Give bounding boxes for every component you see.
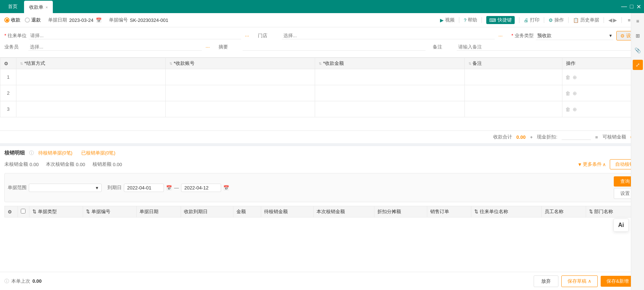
range-select[interactable]: ▾ <box>29 184 102 192</box>
calendar-icon[interactable]: 📅 <box>96 17 102 23</box>
ai-badge[interactable]: Ai <box>613 219 629 232</box>
sort-icon2: ⇅ <box>169 62 172 66</box>
minimize-button[interactable]: — <box>621 3 627 10</box>
table-header: ⚙ ⇅ *结算方式 ⇅ *收款账号 ⇅ *收款金额 ⇅ <box>0 58 644 69</box>
col-account-label: *收款账号 <box>174 60 195 66</box>
restore-button[interactable]: □ <box>630 3 633 10</box>
row1-account[interactable] <box>166 69 315 85</box>
table-header-row: ⚙ ⇅ *结算方式 ⇅ *收款账号 ⇅ *收款金额 ⇅ <box>0 58 644 69</box>
row3-remarks[interactable] <box>464 101 562 117</box>
right-panel-icon3[interactable]: 📎 <box>633 45 643 55</box>
chevron-up-icon: ∧ <box>602 162 606 167</box>
remarks-field: 备注 <box>433 43 640 51</box>
reconcile-header: 核销明细 ⓘ 待核销单据(0笔) 已核销单据(0笔) <box>4 150 640 156</box>
tab-current[interactable]: 收款单 × <box>24 1 53 14</box>
history-button[interactable]: 📋 历史单据 <box>573 17 599 23</box>
staff-input[interactable] <box>28 43 202 51</box>
rcol-settings[interactable]: ⚙ <box>5 206 18 218</box>
range-chevron-icon: ▾ <box>96 185 98 191</box>
table-row: 1 🗑 ⊕ <box>0 69 644 85</box>
discount-input[interactable] <box>562 134 591 140</box>
summary-field: 摘要 <box>219 43 425 51</box>
rcol-pending: 待核销金额 <box>261 206 313 218</box>
num-label: 单据编号 <box>109 17 128 23</box>
row1-delete-button[interactable]: 🗑 <box>565 74 570 80</box>
bottom-buttons: 放弃 保存草稿 ∧ 保存&新增 ∧ <box>534 275 640 287</box>
business-type-select[interactable]: 预收款 ▾ <box>536 32 613 40</box>
tab-close-button[interactable]: × <box>46 5 48 9</box>
shop-input[interactable] <box>282 32 495 39</box>
staff-more-button[interactable]: ··· <box>204 44 211 50</box>
remarks-input[interactable] <box>457 43 640 51</box>
date-field: 单据日期 2023-03-24 📅 <box>48 17 102 23</box>
rsort1: ⇅ <box>32 209 36 214</box>
print-button[interactable]: 🖨 打印 <box>524 17 539 23</box>
rcol-doc-type: ⇅ 单据类型 <box>30 206 83 218</box>
row1-remarks[interactable] <box>464 69 562 85</box>
num-field: 单据编号 SK-20230324-001 <box>109 17 169 23</box>
row2-remarks[interactable] <box>464 85 562 101</box>
toolbar-divider6 <box>604 17 604 23</box>
discard-button[interactable]: 放弃 <box>534 275 558 287</box>
radio-shoukuan[interactable]: 收款 <box>4 17 20 23</box>
num-value: SK-20230324-001 <box>130 17 169 23</box>
video-button[interactable]: ▶ 视频 <box>440 17 455 23</box>
row2-delete-button[interactable]: 🗑 <box>565 90 570 96</box>
col-settlement-label: *结算方式 <box>24 60 45 66</box>
row3-copy-button[interactable]: ⊕ <box>573 106 577 112</box>
save-draft-button[interactable]: 保存草稿 ∧ <box>561 275 598 287</box>
close-button[interactable]: ✕ <box>636 3 641 10</box>
form-row-2: 业务员 ··· 摘要 备注 <box>4 43 640 51</box>
row3-account[interactable] <box>166 101 315 117</box>
row2-settlement[interactable] <box>16 85 166 101</box>
shortcut-button[interactable]: ⌨ 快捷键 <box>486 16 515 24</box>
required-star: * <box>4 33 6 38</box>
tab-completed[interactable]: 已核销单据(0笔) <box>81 150 115 156</box>
row2-copy-button[interactable]: ⊕ <box>573 90 577 96</box>
cal-to-icon[interactable]: 📅 <box>223 185 229 191</box>
row2-account[interactable] <box>166 85 315 101</box>
more-conditions-button[interactable]: ▼ 更多条件 ∧ <box>577 161 606 168</box>
nav-left-icon[interactable]: ◀ <box>608 17 612 23</box>
select-all-checkbox[interactable] <box>21 209 25 213</box>
settings-icon: ⚙ <box>620 33 625 39</box>
row3-settlement[interactable] <box>16 101 166 117</box>
right-panel-icon2[interactable]: ⊞ <box>633 31 643 41</box>
nav-right-icon[interactable]: ▶ <box>613 17 617 23</box>
total-value: 0.00 <box>517 134 526 140</box>
shop-more-button[interactable]: ··· <box>497 33 504 39</box>
chevron-down-icon: ▾ <box>609 33 612 38</box>
right-panel-icon4[interactable]: ⤢ <box>633 60 643 70</box>
row-num-1: 1 <box>0 69 16 85</box>
right-panel-icon1[interactable]: ≡ <box>633 16 643 26</box>
row2-amount[interactable] <box>315 85 464 101</box>
help-button[interactable]: ? 帮助 <box>464 17 477 23</box>
summary-input[interactable] <box>243 43 425 51</box>
toolbar-divider2 <box>482 17 482 23</box>
tab-pending[interactable]: 待核销单据(0笔) <box>38 150 72 156</box>
tab-home[interactable]: 首页 <box>3 0 23 13</box>
due-date-from-input[interactable] <box>124 184 164 192</box>
radio-shoukuan-circle <box>4 17 9 23</box>
current-reconcile-stat: 本次核销金额 0.00 <box>46 161 85 168</box>
row1-copy-button[interactable]: ⊕ <box>573 74 577 80</box>
col-amount-label: *收款金额 <box>323 60 344 66</box>
row1-settlement[interactable] <box>16 69 166 85</box>
radio-shoukuan-label: 收款 <box>11 17 20 23</box>
row3-amount[interactable] <box>315 101 464 117</box>
from-unit-more-button[interactable]: ··· <box>243 33 251 39</box>
save-draft-chevron-icon: ∧ <box>588 278 592 284</box>
cal-from-icon[interactable]: 📅 <box>166 185 172 191</box>
ops-button[interactable]: ⚙ 操作 <box>549 17 564 23</box>
save-draft-label: 保存草稿 <box>568 278 586 285</box>
from-unit-label: * 往来单位 <box>4 32 27 39</box>
sort-icon4: ⇅ <box>468 62 471 66</box>
col-settings[interactable]: ⚙ <box>0 58 16 69</box>
due-date-to-input[interactable] <box>181 184 221 192</box>
row3-delete-button[interactable]: 🗑 <box>565 106 570 112</box>
radio-tuikuan[interactable]: 退款 <box>25 17 41 23</box>
from-unit-input[interactable] <box>29 32 242 39</box>
radio-tuikuan-circle <box>25 17 30 23</box>
row1-amount[interactable] <box>315 69 464 85</box>
history-label: 历史单据 <box>580 17 599 23</box>
